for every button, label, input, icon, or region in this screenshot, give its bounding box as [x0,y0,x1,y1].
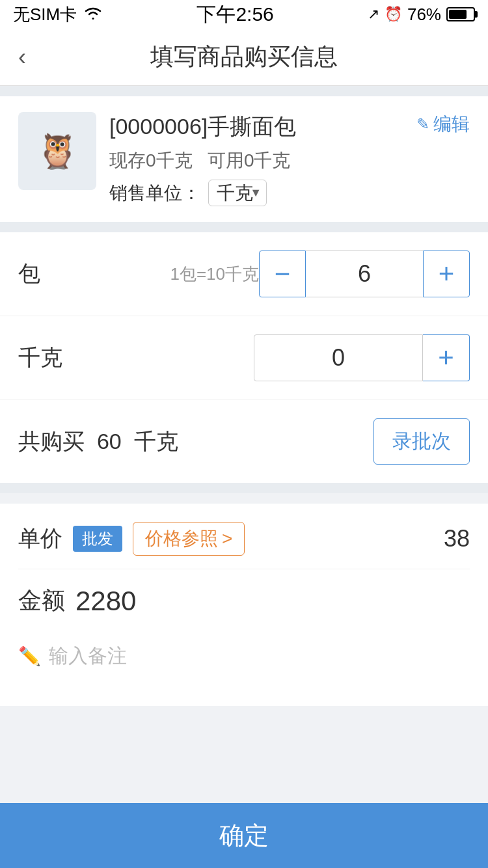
quantity-controls-kg: + [254,334,470,381]
quantity-input-bao[interactable] [306,251,423,297]
product-title: 手撕面包 [208,114,296,139]
quantity-label-bao: 包 [18,259,163,289]
status-right: ↗ ⏰ 76% [368,5,475,25]
alarm-icon: ⏰ [385,6,402,23]
confirm-bar[interactable]: 确定 [0,803,488,868]
product-thumb-icon: 🦉 [36,131,79,171]
quantity-label-kg: 千克 [18,343,254,373]
remark-placeholder: 输入备注 [49,643,127,670]
page-title: 填写商品购买信息 [150,41,338,73]
summary-label: 共购买 [18,429,85,454]
amount-row: 金额 2280 [18,585,470,617]
divider-top [0,86,488,96]
battery-percent: 76% [407,5,441,25]
quantity-hint-bao: 1包=10千克 [170,263,259,286]
battery-icon [446,7,475,21]
unit-select[interactable]: 千克 [208,180,267,206]
price-type-tag: 批发 [73,526,122,552]
confirm-button[interactable]: 确定 [219,819,269,852]
remark-icon: ✏️ [18,645,41,667]
price-section: 单价 批发 价格参照 > 38 金额 2280 ✏️ 输入备注 [0,504,488,706]
quantity-minus-bao[interactable]: − [259,251,306,297]
price-ref-arrow: > [222,528,232,549]
nav-bar: ‹ 填写商品购买信息 [0,29,488,86]
status-left: 无SIM卡 [13,3,103,26]
summary-amount: 60 [97,429,122,454]
batch-button[interactable]: 录批次 [373,418,470,465]
remark-row[interactable]: ✏️ 输入备注 [18,630,470,688]
product-unit-row: 销售单位： 千克 [109,180,470,206]
product-id: [0000006] [109,114,208,139]
product-thumbnail: 🦉 [18,112,96,190]
quantity-controls-bao: − + [259,251,470,297]
quantity-row-bao: 包 1包=10千克 − + [0,232,488,316]
amount-section: 金额 2280 ✏️ 输入备注 [18,569,470,688]
price-value: 38 [444,525,470,552]
product-info: [0000006]手撕面包 ✎ 编辑 现存0千克 可用0千克 销售单位： 千克 [109,112,470,206]
edit-label: 编辑 [433,112,470,137]
quantity-section: 包 1包=10千克 − + 千克 + [0,232,488,400]
quantity-plus-kg[interactable]: + [423,334,470,381]
price-row: 单价 批发 价格参照 > 38 [18,522,470,556]
summary-text: 共购买 60 千克 [18,427,178,457]
divider-price [0,483,488,493]
summary-unit: 千克 [134,429,178,454]
product-card: 🦉 [0000006]手撕面包 ✎ 编辑 现存0千克 可用0千克 销售单位： 千… [0,96,488,222]
product-stock: 现存0千克 可用0千克 [109,148,470,173]
wifi-icon [83,5,103,25]
status-time: 下午2:56 [197,1,273,28]
edit-icon: ✎ [416,115,429,133]
unit-label: 销售单位： [109,181,200,206]
edit-button[interactable]: ✎ 编辑 [416,112,470,137]
summary-section: 共购买 60 千克 录批次 [0,400,488,483]
amount-label: 金额 [18,585,65,617]
available-label: 可用0千克 [208,150,291,170]
stock-label: 现存0千克 [109,150,193,170]
back-button[interactable]: ‹ [18,44,26,71]
price-ref-label: 价格参照 [145,526,218,551]
quantity-row-kg: 千克 + [0,316,488,400]
divider-mid [0,222,488,232]
unit-select-wrap[interactable]: 千克 [208,180,267,206]
location-icon: ↗ [368,6,379,23]
price-label: 单价 [18,524,62,554]
price-ref-button[interactable]: 价格参照 > [133,522,245,556]
status-bar: 无SIM卡 下午2:56 ↗ ⏰ 76% [0,0,488,29]
amount-value: 2280 [75,586,136,617]
carrier-label: 无SIM卡 [13,3,77,26]
product-name: [0000006]手撕面包 [109,112,296,142]
quantity-input-kg[interactable] [254,334,423,381]
quantity-plus-bao[interactable]: + [423,251,470,297]
